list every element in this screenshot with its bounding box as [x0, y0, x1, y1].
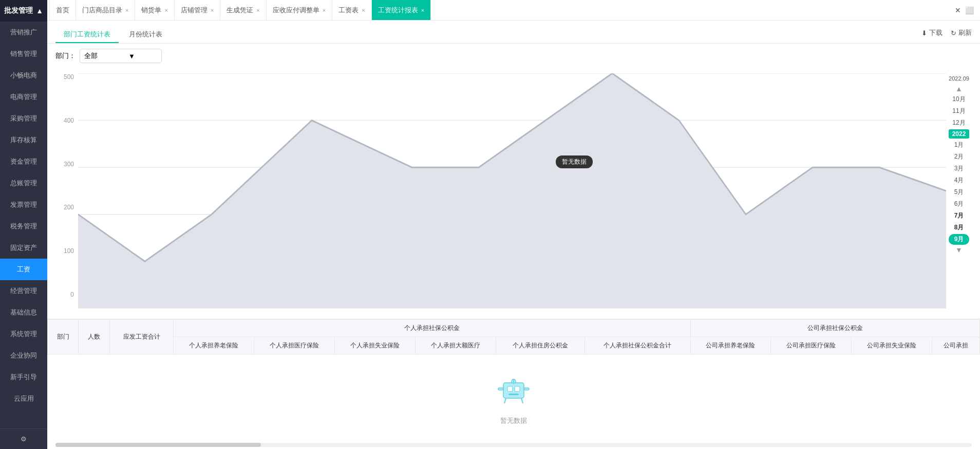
- timeline-month-3[interactable]: 3月: [949, 163, 969, 174]
- timeline-arrow-up[interactable]: ▲: [955, 85, 963, 93]
- tab-payroll-report[interactable]: 工资统计报表 ×: [372, 0, 431, 20]
- col-headcount: 人数: [79, 320, 109, 355]
- tab-home-label: 首页: [56, 6, 69, 15]
- tab-sales-order-close[interactable]: ×: [164, 7, 167, 13]
- svg-rect-9: [515, 386, 520, 392]
- tab-actions: ✕ ⬜: [955, 6, 978, 14]
- y-label-400: 400: [55, 117, 74, 124]
- tab-store-catalog[interactable]: 门店商品目录 ×: [76, 0, 135, 20]
- sidebar-settings[interactable]: ⚙: [0, 428, 47, 449]
- timeline-month-2[interactable]: 2月: [949, 151, 969, 162]
- close-all-icon[interactable]: ✕: [955, 6, 961, 14]
- sidebar-header[interactable]: 批发管理 ▲: [0, 0, 47, 22]
- sidebar-item-enterprise[interactable]: 企业协同: [0, 345, 47, 366]
- no-data-icon: [493, 370, 534, 411]
- tab-store-catalog-close[interactable]: ×: [125, 7, 128, 13]
- download-icon: ⬇: [921, 29, 927, 37]
- timeline-month-11[interactable]: 11月: [949, 106, 969, 116]
- chart-area: 500 400 300 200 100 0: [55, 73, 946, 314]
- tab-sales-order[interactable]: 销货单 ×: [135, 0, 174, 20]
- page-content: 部门工资统计表 月份统计表 ⬇ 下载 ↻ 刷新 部门： 全部: [47, 21, 980, 449]
- timeline-month-10[interactable]: 10月: [949, 94, 969, 105]
- svg-rect-13: [498, 388, 503, 390]
- filter-toolbar: 部门： 全部 ▼: [47, 44, 980, 68]
- timeline-month-4[interactable]: 4月: [949, 175, 969, 186]
- tab-month-stats[interactable]: 月份统计表: [121, 27, 171, 43]
- tab-production-cert-close[interactable]: ×: [256, 7, 259, 13]
- chart-section: 500 400 300 200 100 0: [47, 68, 980, 319]
- sidebar-item-guide[interactable]: 新手引导: [0, 366, 47, 388]
- col-personal-insurance-header: 个人承担社保公积金: [174, 320, 690, 337]
- timeline-month-12[interactable]: 12月: [949, 118, 969, 128]
- dept-filter-label: 部门：: [55, 51, 76, 61]
- sidebar-item-operations[interactable]: 经营管理: [0, 280, 47, 302]
- timeline-arrow-down[interactable]: ▼: [955, 246, 963, 254]
- y-label-500: 500: [55, 73, 74, 81]
- sidebar-item-inventory[interactable]: 库存核算: [0, 129, 47, 151]
- download-button[interactable]: ⬇ 下载: [921, 28, 943, 37]
- svg-rect-7: [503, 383, 524, 398]
- chevron-down-icon: ▼: [128, 52, 135, 60]
- sidebar-item-finance[interactable]: 资金管理: [0, 151, 47, 172]
- tab-store-mgmt[interactable]: 店铺管理 ×: [175, 0, 220, 20]
- col-personal-medical: 个人承担医疗保险: [254, 337, 335, 355]
- horizontal-scrollbar[interactable]: [55, 443, 972, 447]
- sidebar-item-tax[interactable]: 税务管理: [0, 216, 47, 237]
- svg-line-15: [504, 398, 506, 403]
- tab-store-mgmt-close[interactable]: ×: [211, 7, 214, 13]
- sidebar-item-invoice[interactable]: 发票管理: [0, 194, 47, 216]
- timeline-month-5[interactable]: 5月: [949, 187, 969, 198]
- no-data-text: 暂无数据: [500, 416, 527, 425]
- timeline-month-9[interactable]: 9月: [949, 234, 969, 245]
- svg-line-16: [521, 398, 523, 403]
- timeline-date-marker: 2022.09: [949, 75, 969, 82]
- tab-payroll[interactable]: 工资表 ×: [332, 0, 371, 20]
- sidebar-item-basic[interactable]: 基础信息: [0, 302, 47, 323]
- refresh-button[interactable]: ↻ 刷新: [951, 28, 972, 37]
- timeline-month-7[interactable]: 7月: [949, 210, 969, 221]
- col-dept: 部门: [48, 320, 79, 355]
- sidebar-item-assets[interactable]: 固定资产: [0, 237, 47, 259]
- svg-rect-10: [508, 394, 519, 395]
- sidebar-item-salary[interactable]: 工资: [0, 259, 47, 280]
- tab-ar-ap[interactable]: 应收应付调整单 ×: [267, 0, 332, 20]
- tab-sales-order-label: 销货单: [141, 6, 161, 15]
- refresh-label: 刷新: [958, 28, 972, 37]
- svg-rect-14: [524, 388, 529, 390]
- tab-ar-ap-close[interactable]: ×: [323, 7, 326, 13]
- timeline-month-8[interactable]: 8月: [949, 222, 969, 233]
- col-personal-pension: 个人承担养老保险: [174, 337, 254, 355]
- scrollbar-thumb[interactable]: [55, 443, 261, 447]
- restore-icon[interactable]: ⬜: [965, 6, 974, 14]
- sidebar-item-marketing[interactable]: 营销推广: [0, 22, 47, 43]
- timeline-year-2022[interactable]: 2022: [949, 129, 969, 139]
- y-label-100: 100: [55, 247, 74, 255]
- tab-production-cert[interactable]: 生成凭证 ×: [220, 0, 266, 20]
- tab-payroll-report-close[interactable]: ×: [421, 7, 424, 13]
- timeline-month-1[interactable]: 1月: [949, 140, 969, 150]
- main-area: 首页 门店商品目录 × 销货单 × 店铺管理 × 生成凭证 × 应收应付调整单 …: [47, 0, 980, 449]
- sidebar-item-ledger[interactable]: 总账管理: [0, 172, 47, 194]
- data-table-container: 部门 人数 应发工资合计 个人承担社保公积金 公司承担社保公积金 个人承担养老保…: [47, 319, 980, 441]
- tab-payroll-label: 工资表: [338, 6, 359, 15]
- sidebar-item-mini-ecom[interactable]: 小畅电商: [0, 65, 47, 86]
- tab-payroll-close[interactable]: ×: [362, 7, 365, 13]
- sidebar-item-cloud[interactable]: 云应用: [0, 388, 47, 409]
- tab-dept-stats[interactable]: 部门工资统计表: [55, 27, 119, 43]
- tab-dept-stats-label: 部门工资统计表: [64, 30, 110, 38]
- sidebar-item-purchase[interactable]: 采购管理: [0, 108, 47, 129]
- col-company-unemployment: 公司承担失业保险: [852, 337, 932, 355]
- sidebar-item-ecom[interactable]: 电商管理: [0, 86, 47, 108]
- dept-select[interactable]: 全部 ▼: [80, 49, 162, 63]
- sidebar-item-sales[interactable]: 销售管理: [0, 43, 47, 65]
- sidebar-item-system[interactable]: 系统管理: [0, 323, 47, 345]
- y-label-0: 0: [55, 291, 74, 298]
- svg-marker-6: [78, 73, 946, 308]
- y-label-300: 300: [55, 161, 74, 168]
- tab-home[interactable]: 首页: [49, 0, 76, 20]
- col-personal-unemployment: 个人承担失业保险: [335, 337, 416, 355]
- col-personal-housing-fund: 个人承担住房公积金: [496, 337, 585, 355]
- col-total-salary: 应发工资合计: [109, 320, 174, 355]
- sidebar-arrow-icon: ▲: [36, 7, 43, 15]
- timeline-month-6[interactable]: 6月: [949, 199, 969, 209]
